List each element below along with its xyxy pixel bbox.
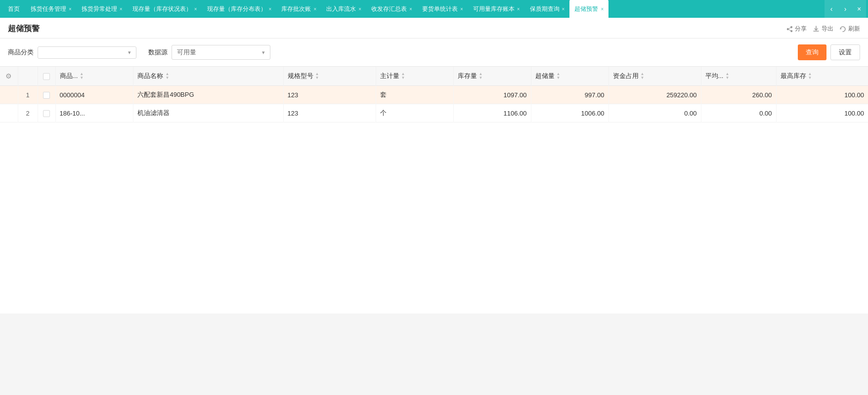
chevron-down-icon: ▾ xyxy=(262,49,265,56)
col-header-avg[interactable]: 平均... ▲▼ xyxy=(701,67,776,86)
col-header-product-code[interactable]: 商品... ▲▼ xyxy=(55,67,133,86)
tab-quality-check[interactable]: 保质期查询 × xyxy=(525,0,570,18)
row-num: 1 xyxy=(18,86,38,104)
close-tab-icon[interactable]: × xyxy=(517,6,520,12)
tab-jinghuo-exc[interactable]: 拣货异常处理 × xyxy=(77,0,128,18)
row-product-name: 机油滤清器 xyxy=(133,104,283,122)
refresh-icon xyxy=(839,26,846,33)
data-table: ⚙ 商品... ▲▼ 商品名称 xyxy=(0,67,868,122)
data-source-select[interactable]: 可用量 ▾ xyxy=(172,45,270,60)
row-avg: 0.00 xyxy=(701,104,776,122)
nav-prev-button[interactable]: ‹ xyxy=(825,0,838,18)
row-checkbox[interactable] xyxy=(43,110,50,117)
product-category-filter: 商品分类 ▾ xyxy=(8,46,136,59)
tab-kucun-batch[interactable]: 库存批次账 × xyxy=(276,0,321,18)
settings-button[interactable]: 设置 xyxy=(830,44,860,60)
row-spec: 123 xyxy=(283,104,376,122)
tab-collect-summary[interactable]: 收发存汇总表 × xyxy=(366,0,417,18)
data-source-label: 数据源 xyxy=(148,48,168,57)
filter-row: 商品分类 ▾ 数据源 可用量 ▾ 查询 设置 xyxy=(0,39,868,67)
tab-overstock-warning[interactable]: 超储预警 × xyxy=(569,0,608,18)
page-title: 超储预警 xyxy=(8,24,40,34)
col-header-max-stock[interactable]: 最高库存 ▲▼ xyxy=(776,67,868,86)
row-capital: 259220.00 xyxy=(608,86,701,104)
close-tab-icon[interactable]: × xyxy=(120,6,123,12)
export-button[interactable]: 导出 xyxy=(813,25,833,33)
row-max-stock: 100.00 xyxy=(776,86,868,104)
export-icon xyxy=(813,26,820,33)
sort-arrows-icon: ▲▼ xyxy=(557,72,561,80)
row-unit: 套 xyxy=(376,86,453,104)
close-tab-icon[interactable]: × xyxy=(269,6,272,12)
nav-close-all-button[interactable]: × xyxy=(852,0,866,18)
sort-arrows-icon: ▲▼ xyxy=(725,72,729,80)
row-product-code: 186-10... xyxy=(55,104,133,122)
chevron-down-icon: ▾ xyxy=(128,49,131,56)
row-over: 1006.00 xyxy=(531,104,608,122)
row-avg: 260.00 xyxy=(701,86,776,104)
row-checkbox[interactable] xyxy=(43,92,50,99)
col-header-unit[interactable]: 主计量 ▲▼ xyxy=(376,67,453,86)
col-header-num xyxy=(18,67,38,86)
col-header-over[interactable]: 超储量 ▲▼ xyxy=(531,67,608,86)
header-actions: 分享 导出 刷新 xyxy=(786,25,860,33)
share-button[interactable]: 分享 xyxy=(786,25,807,33)
close-tab-icon[interactable]: × xyxy=(194,6,197,12)
share-icon xyxy=(786,26,793,33)
col-header-spec[interactable]: 规格型号 ▲▼ xyxy=(283,67,376,86)
col-header-stock[interactable]: 库存量 ▲▼ xyxy=(453,67,531,86)
table-body: 1 0000004 六配套新昌490BPG 123 套 1097.00 997.… xyxy=(0,86,868,122)
row-unit: 个 xyxy=(376,104,453,122)
product-category-select[interactable]: ▾ xyxy=(38,46,136,59)
sort-arrows-icon: ▲▼ xyxy=(479,72,483,80)
column-settings-icon[interactable]: ⚙ xyxy=(5,72,13,80)
close-tab-icon[interactable]: × xyxy=(358,6,361,12)
row-check-cell[interactable] xyxy=(38,86,55,104)
nav-home[interactable]: 首页 xyxy=(2,0,26,18)
table-container: ⚙ 商品... ▲▼ 商品名称 xyxy=(0,67,868,122)
sort-arrows-icon: ▲▼ xyxy=(641,72,645,80)
row-num: 2 xyxy=(18,104,38,122)
row-check-cell[interactable] xyxy=(38,104,55,122)
close-tab-icon[interactable]: × xyxy=(562,6,565,12)
tab-inout-flow[interactable]: 出入库流水 × xyxy=(321,0,366,18)
sort-arrows-icon: ▲▼ xyxy=(401,72,405,80)
col-header-product-name[interactable]: 商品名称 ▲▼ xyxy=(133,67,283,86)
row-over: 997.00 xyxy=(531,86,608,104)
table-row: 1 0000004 六配套新昌490BPG 123 套 1097.00 997.… xyxy=(0,86,868,104)
row-product-name: 六配套新昌490BPG xyxy=(133,86,283,104)
sort-arrows-icon: ▲▼ xyxy=(165,72,169,80)
content-area: ⚙ 商品... ▲▼ 商品名称 xyxy=(0,67,868,314)
tab-xiancu-status[interactable]: 现存量（库存状况表） × xyxy=(128,0,202,18)
col-header-settings[interactable]: ⚙ xyxy=(0,67,18,86)
tab-jinghuo-mgmt[interactable]: 拣货任务管理 × xyxy=(26,0,77,18)
filter-actions: 查询 设置 xyxy=(798,44,860,60)
close-tab-icon[interactable]: × xyxy=(313,6,316,12)
col-header-capital[interactable]: 资金占用 ▲▼ xyxy=(608,67,701,86)
row-stock: 1097.00 xyxy=(453,86,531,104)
sort-arrows-icon: ▲▼ xyxy=(80,72,84,80)
col-header-check[interactable] xyxy=(38,67,55,86)
row-product-code: 0000004 xyxy=(55,86,133,104)
refresh-button[interactable]: 刷新 xyxy=(839,25,860,33)
table-header-row: ⚙ 商品... ▲▼ 商品名称 xyxy=(0,67,868,86)
page-header: 超储预警 分享 导出 刷新 xyxy=(0,18,868,39)
nav-next-button[interactable]: › xyxy=(838,0,852,18)
close-tab-icon[interactable]: × xyxy=(460,6,463,12)
row-settings-cell xyxy=(0,86,18,104)
row-settings-cell xyxy=(0,104,18,122)
close-tab-icon[interactable]: × xyxy=(69,6,72,12)
tab-order-stats[interactable]: 要货单统计表 × xyxy=(417,0,468,18)
data-source-value: 可用量 xyxy=(177,48,196,57)
row-max-stock: 100.00 xyxy=(776,104,868,122)
table-row: 2 186-10... 机油滤清器 123 个 1106.00 1006.00 … xyxy=(0,104,868,122)
row-capital: 0.00 xyxy=(608,104,701,122)
product-category-label: 商品分类 xyxy=(8,48,34,57)
tab-available-account[interactable]: 可用量库存账本 × xyxy=(468,0,525,18)
close-tab-icon[interactable]: × xyxy=(601,6,604,12)
sort-arrows-icon: ▲▼ xyxy=(315,72,319,80)
query-button[interactable]: 查询 xyxy=(798,44,826,60)
select-all-checkbox[interactable] xyxy=(43,73,50,80)
close-tab-icon[interactable]: × xyxy=(409,6,412,12)
tab-xiancu-dist[interactable]: 现存量（库存分布表） × xyxy=(202,0,277,18)
